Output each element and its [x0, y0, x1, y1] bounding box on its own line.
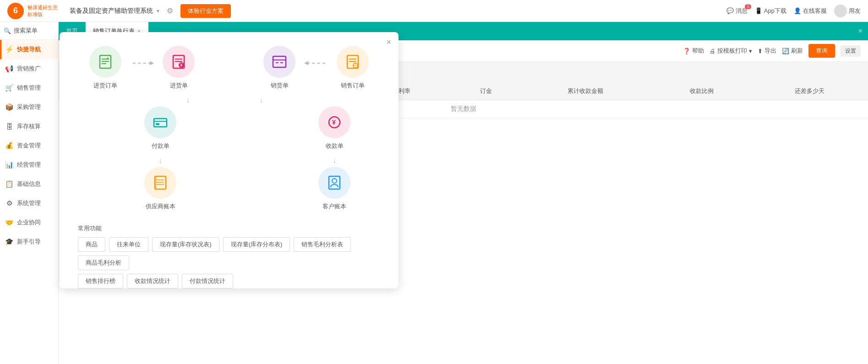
sidebar-item-system[interactable]: ⚙ 系统管理: [0, 194, 58, 213]
arrow-down-payment: ↓: [158, 157, 162, 165]
svg-text:¥: ¥: [180, 63, 183, 68]
svg-rect-9: [273, 56, 286, 67]
func-btn-payment-stats[interactable]: 付款情况统计: [182, 274, 233, 288]
popup-close-button[interactable]: ×: [386, 38, 391, 47]
settings-icon[interactable]: ⚙: [167, 6, 173, 15]
func-btn-stock-dist[interactable]: 现存量(库存分布表): [223, 237, 290, 252]
basicinfo-icon: 📋: [5, 180, 13, 188]
logo-area: 6 畅康通好生意 标准版: [7, 3, 66, 19]
print-arrow-icon: ▾: [749, 48, 752, 54]
user-area[interactable]: 用友: [834, 5, 861, 17]
settings-toolbar-button[interactable]: 设置: [841, 45, 861, 57]
sales-bill-circle: [263, 46, 295, 78]
func-btn-contacts[interactable]: 往来单位: [109, 237, 148, 252]
common-functions: 常用功能 商品 往来单位 现存量(库存状况表) 现存量(库存分布表) 销售毛利分…: [60, 224, 399, 288]
arrow-down-receipt: ↓: [333, 157, 336, 165]
flow-item-sales-bill: 销货单: [252, 46, 307, 90]
newguide-icon: 🎓: [5, 238, 13, 246]
func-btn-product[interactable]: 商品: [78, 237, 105, 252]
sidebar-item-quicknav[interactable]: ⚡ 快捷导航: [0, 40, 58, 59]
common-functions-title: 常用功能: [78, 224, 380, 233]
flow-item-purchase-order: 进货订单: [78, 46, 133, 90]
download-icon: 📱: [755, 7, 762, 14]
flow-row-2: 付款单 ¥ 收款单: [78, 106, 380, 150]
svg-text:¥: ¥: [332, 119, 336, 126]
payment-circle: [144, 106, 176, 138]
svg-rect-18: [154, 119, 167, 127]
search-menu-button[interactable]: 🔍 搜索菜单: [0, 22, 58, 40]
col-header-accum-payment: 累计收款金额: [519, 82, 652, 100]
func-btn-product-gross-analysis[interactable]: 商品毛利分析: [78, 255, 129, 270]
sales-icon: 🛒: [5, 84, 13, 92]
flow-row-3: 供应商账本 客户账本: [78, 167, 380, 211]
purchase-bill-label: 进货单: [170, 81, 188, 90]
export-button[interactable]: ⬆ 导出: [758, 47, 776, 55]
marketing-icon: 📢: [5, 65, 13, 73]
receipt-circle: ¥: [318, 106, 350, 138]
refresh-button[interactable]: 🔄 刷新: [782, 47, 803, 55]
flow-item-sales-order: 销售订单: [325, 46, 380, 90]
sales-order-circle: [337, 46, 369, 78]
purchase-bill-circle: ¥: [163, 46, 195, 78]
sidebar-item-collab[interactable]: 🤝 企业协同: [0, 213, 58, 232]
payment-label: 付款单: [152, 142, 169, 150]
sales-order-label: 销售订单: [341, 81, 365, 90]
sidebar-item-marketing[interactable]: 📢 营销推广: [0, 59, 58, 78]
close-all-tabs-icon[interactable]: ×: [858, 27, 863, 35]
func-buttons-row1: 商品 往来单位 现存量(库存状况表) 现存量(库存分布表) 销售毛利分析表 商品…: [78, 237, 380, 270]
app-download-button[interactable]: 📱 App下载: [755, 7, 786, 15]
purchase-order-label: 进货订单: [93, 81, 117, 90]
func-btn-receipt-stats[interactable]: 收款情况统计: [127, 274, 178, 288]
trial-button[interactable]: 体验行业方案: [180, 4, 231, 18]
purchase-icon: 📦: [5, 103, 13, 111]
svg-point-29: [332, 179, 337, 183]
func-buttons-row2: 销售排行榜 收款情况统计 付款情况统计: [78, 274, 380, 288]
sidebar-item-purchase[interactable]: 📦 采购管理: [0, 98, 58, 117]
flow-item-receipt: ¥ 收款单: [307, 106, 362, 150]
title-arrow-icon[interactable]: ▾: [157, 8, 159, 14]
system-title-text: 装备及固定资产辅助管理系统: [70, 7, 153, 15]
system-title: 装备及固定资产辅助管理系统 ▾ ⚙: [70, 6, 173, 15]
supplier-ledger-label: 供应商账本: [146, 202, 175, 211]
sidebar-item-inventory[interactable]: 🗄 库存核算: [0, 117, 58, 136]
func-btn-sales-gross-analysis[interactable]: 销售毛利分析表: [294, 237, 351, 252]
export-icon: ⬆: [758, 48, 763, 54]
help-button[interactable]: ❓ 帮助: [683, 47, 704, 55]
arrow-down-purchase: ↓: [186, 96, 190, 104]
operations-icon: 📊: [5, 161, 13, 169]
logo-icon: 6: [7, 3, 24, 19]
func-btn-sales-ranking[interactable]: 销售排行榜: [78, 274, 123, 288]
customer-ledger-circle: [318, 167, 350, 199]
sidebar-item-finance[interactable]: 💰 资金管理: [0, 136, 58, 155]
message-button[interactable]: 💬 消息 5: [726, 7, 748, 15]
receipt-label: 收款单: [326, 142, 344, 150]
message-icon: 💬: [726, 7, 734, 14]
system-icon: ⚙: [5, 199, 13, 207]
sales-bill-label: 销货单: [271, 81, 289, 90]
flow-row-1: 进货订单 ¥ 进货单 销货单: [78, 46, 380, 90]
flow-item-payment: 付款单: [133, 106, 188, 150]
flow-item-customer-ledger: 客户账本: [307, 167, 362, 211]
query-button[interactable]: 查询: [808, 44, 835, 58]
col-header-payment-ratio: 收款比例: [652, 82, 752, 100]
message-badge: 5: [745, 4, 751, 9]
sidebar-item-operations[interactable]: 📊 经营管理: [0, 155, 58, 174]
template-print-button[interactable]: 🖨 按模板打印 ▾: [710, 47, 752, 55]
search-menu-icon: 🔍: [4, 27, 11, 34]
refresh-icon: 🔄: [782, 48, 789, 54]
print-icon: 🖨: [710, 48, 715, 54]
sidebar-item-basicinfo[interactable]: 📋 基础信息: [0, 174, 58, 194]
svg-rect-27: [155, 176, 157, 189]
help-icon: ❓: [683, 48, 690, 54]
finance-icon: 💰: [5, 141, 13, 150]
svg-rect-20: [156, 123, 159, 125]
online-service-button[interactable]: 👤 在线客服: [794, 7, 827, 15]
sidebar-item-newguide[interactable]: 🎓 新手引导: [0, 232, 58, 251]
func-btn-stock-status[interactable]: 现存量(库存状况表): [152, 237, 219, 252]
flow-item-supplier-ledger: 供应商账本: [133, 167, 188, 211]
collab-icon: 🤝: [5, 218, 13, 227]
sidebar-item-sales[interactable]: 🛒 销售管理: [0, 78, 58, 98]
quick-guide-popup: × 进货订单 ¥ 进货单: [60, 32, 399, 288]
logo-text: 畅康通好生意 标准版: [27, 4, 58, 17]
quicknav-icon: ⚡: [5, 45, 13, 54]
